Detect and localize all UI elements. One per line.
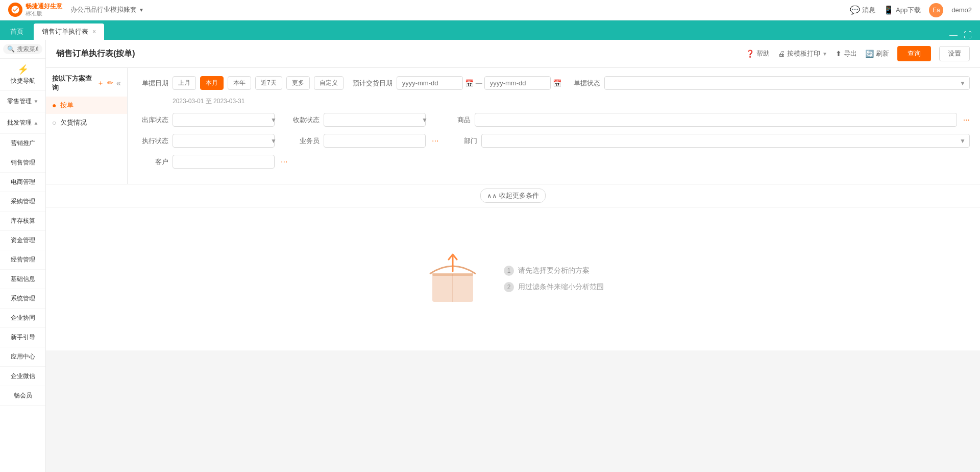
customer-more-icon[interactable]: ··· bbox=[281, 157, 287, 167]
logo-icon bbox=[8, 3, 22, 17]
sidebar-item-label: 库存核算 bbox=[11, 217, 35, 225]
sidebar-item-finance[interactable]: 资金管理 bbox=[0, 231, 45, 250]
status-group: 单据状态 ▼ bbox=[570, 76, 970, 90]
sidebar-item-ecommerce[interactable]: 电商管理 bbox=[0, 173, 45, 192]
sidebar-item-enterprise[interactable]: 企业协同 bbox=[0, 309, 45, 328]
sidebar-item-newbie[interactable]: 新手引导 bbox=[0, 328, 45, 347]
sidebar-item-apps[interactable]: 应用中心 bbox=[0, 347, 45, 367]
user-name[interactable]: demo2 bbox=[951, 6, 972, 14]
expected-date-end[interactable] bbox=[484, 76, 551, 90]
sidebar-item-label: 新手引导 bbox=[11, 333, 35, 342]
exec-status-select-wrap: ▼ bbox=[173, 134, 281, 148]
page-header: 销售订单执行表(按单) ❓ 帮助 🖨 按模板打印 ▼ ⬆ 导出 🔄 刷新 bbox=[46, 40, 980, 68]
exec-status-select[interactable] bbox=[173, 134, 275, 148]
minimize-icon[interactable]: — bbox=[949, 31, 958, 40]
sidebar-item-inventory[interactable]: 库存核算 bbox=[0, 211, 45, 231]
filter-form: 单据日期 上月 本月 本年 近7天 更多 自定义 预计交货日期 bbox=[128, 68, 980, 184]
search-button[interactable]: 查询 bbox=[897, 46, 931, 61]
customer-label: 客户 bbox=[138, 157, 168, 167]
expected-date-start[interactable] bbox=[397, 76, 463, 90]
sidebar-item-label: 资金管理 bbox=[11, 236, 35, 245]
mobile-icon: 📱 bbox=[884, 5, 894, 15]
quick-nav-icon: ⚡ bbox=[17, 64, 29, 75]
sidebar-item-wholesale[interactable]: 批发管理 ▲ bbox=[0, 112, 45, 134]
out-status-select[interactable] bbox=[173, 113, 275, 127]
print-button[interactable]: 🖨 按模板打印 ▼ bbox=[778, 49, 827, 58]
sidebar-item-sales[interactable]: 销售管理 bbox=[0, 153, 45, 173]
settings-button[interactable]: 设置 bbox=[939, 46, 970, 61]
dept-select[interactable] bbox=[481, 134, 970, 148]
sidebar-item-label: 系统管理 bbox=[11, 294, 35, 303]
sidebar-item-member[interactable]: 畅会员 bbox=[0, 386, 45, 406]
app-download-action[interactable]: 📱 App下载 bbox=[884, 5, 921, 15]
sidebar-item-label: 营销推广 bbox=[11, 139, 35, 148]
print-chevron: ▼ bbox=[822, 51, 827, 57]
goods-more-icon[interactable]: ··· bbox=[963, 115, 970, 125]
date-btn-this-year[interactable]: 本年 bbox=[228, 76, 251, 90]
collapse-scheme-icon[interactable]: « bbox=[116, 79, 121, 88]
tab-close-icon[interactable]: × bbox=[92, 28, 96, 35]
export-button[interactable]: ⬆ 导出 bbox=[836, 49, 857, 58]
dept-group: 部门 ▼ bbox=[447, 134, 970, 148]
nav-title: 办公用品行业模拟账套 bbox=[70, 5, 137, 14]
sidebar-item-system[interactable]: 系统管理 bbox=[0, 289, 45, 309]
calendar-end-icon[interactable]: 📅 bbox=[553, 79, 561, 87]
sidebar-item-label: 采购管理 bbox=[11, 197, 35, 206]
search-icon: 🔍 bbox=[7, 45, 15, 53]
sidebar-item-purchase[interactable]: 采购管理 bbox=[0, 192, 45, 211]
expected-date-label: 预计交货日期 bbox=[352, 79, 393, 88]
filter-panel: 按以下方案查询 ＋ ✏ « ● 按单 ○ 欠货情况 bbox=[46, 68, 980, 184]
goods-input[interactable] bbox=[475, 113, 957, 127]
filter-sidebar-title: 按以下方案查询 bbox=[52, 74, 97, 92]
status-select-wrap: ▼ bbox=[604, 76, 970, 90]
sidebar-item-label: 应用中心 bbox=[11, 352, 35, 361]
filter-nav-by-owe[interactable]: ○ 欠货情况 bbox=[46, 114, 127, 131]
date-btn-custom[interactable]: 自定义 bbox=[314, 76, 344, 90]
tab-home[interactable]: 首页 bbox=[0, 23, 34, 40]
sidebar-item-marketing[interactable]: 营销推广 bbox=[0, 134, 45, 153]
sidebar-item-label: 经营管理 bbox=[11, 255, 35, 264]
collapse-button[interactable]: ∧∧ 收起更多条件 bbox=[480, 188, 546, 203]
sidebar-item-operations[interactable]: 经营管理 bbox=[0, 250, 45, 270]
tab-home-label: 首页 bbox=[10, 27, 23, 36]
filter-nav-by-owe-label: 欠货情况 bbox=[60, 118, 87, 127]
salesman-input[interactable] bbox=[324, 134, 426, 148]
date-btn-this-month[interactable]: 本月 bbox=[200, 76, 224, 90]
payment-status-select[interactable] bbox=[324, 113, 426, 127]
logo-area[interactable]: 畅捷通好生意 标准版 bbox=[8, 3, 62, 17]
salesman-group: 业务员 ··· bbox=[289, 134, 438, 148]
date-btn-7days[interactable]: 近7天 bbox=[255, 76, 282, 90]
sidebar-item-label: 销售管理 bbox=[11, 158, 35, 167]
date-btn-last-month[interactable]: 上月 bbox=[173, 76, 196, 90]
salesman-more-icon[interactable]: ··· bbox=[432, 136, 438, 146]
calendar-start-icon[interactable]: 📅 bbox=[465, 79, 474, 87]
sidebar-item-wechat[interactable]: 企业微信 bbox=[0, 367, 45, 386]
customer-input[interactable] bbox=[173, 155, 275, 169]
expected-date-group: 预计交货日期 📅 — 📅 bbox=[352, 76, 561, 90]
avatar[interactable]: Ea bbox=[929, 3, 943, 17]
export-label: 导出 bbox=[844, 49, 857, 58]
date-btn-more[interactable]: 更多 bbox=[286, 76, 310, 90]
tab-active[interactable]: 销售订单执行表 × bbox=[34, 23, 104, 40]
edit-scheme-icon[interactable]: ✏ bbox=[107, 79, 113, 88]
sidebar-item-basic[interactable]: 基础信息 bbox=[0, 270, 45, 289]
filter-row-3: 执行状态 ▼ 业务员 ··· 部门 bbox=[138, 134, 970, 148]
maximize-icon[interactable]: ⛶ bbox=[964, 31, 972, 40]
empty-state: 1 请先选择要分析的方案 2 用过滤条件来缩小分析范围 bbox=[46, 207, 980, 350]
help-button[interactable]: ❓ 帮助 bbox=[746, 49, 770, 58]
filter-nav-by-order[interactable]: ● 按单 bbox=[46, 97, 127, 114]
nav-dropdown[interactable]: 办公用品行业模拟账套 ▼ bbox=[66, 3, 148, 16]
expected-date-inputs: 📅 — 📅 bbox=[397, 76, 561, 90]
add-scheme-icon[interactable]: ＋ bbox=[97, 79, 104, 88]
sidebar-item-quick-nav[interactable]: ⚡ 快捷导航 bbox=[0, 59, 45, 91]
payment-status-group: 收款状态 ▼ bbox=[289, 113, 432, 127]
sidebar-item-label: 畅会员 bbox=[14, 391, 32, 400]
message-action[interactable]: 💬 消息 bbox=[850, 5, 875, 15]
status-select[interactable] bbox=[604, 76, 970, 90]
search-input[interactable] bbox=[17, 45, 38, 53]
refresh-button[interactable]: 🔄 刷新 bbox=[865, 49, 889, 58]
app-download-label: App下载 bbox=[896, 6, 921, 15]
logo-sub: 标准版 bbox=[26, 10, 62, 17]
sidebar-item-retail[interactable]: 零售管理 ▼ bbox=[0, 91, 45, 112]
out-status-label: 出库状态 bbox=[138, 115, 168, 125]
